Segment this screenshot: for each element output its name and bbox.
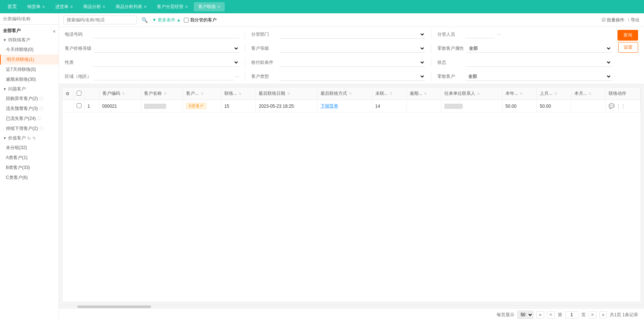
sidebar-item-repurchase[interactable]: 回购异常客户(2) ⓘ — [0, 94, 59, 104]
sidebar: 🔍 全部客户 « ▼ 待联络客户 今天待联络(0) 明天待联络(1) 近7天待联… — [0, 13, 59, 321]
sidebar-item-declining[interactable]: 持续下滑客户(2) ⓘ — [0, 124, 59, 134]
sidebar-item-churned[interactable]: 已流失客户(24) ⓘ — [0, 114, 59, 124]
nav-home[interactable]: 首页 — [3, 2, 21, 11]
refresh-value-icon[interactable]: ↻ — [27, 136, 31, 141]
sidebar-item-class-b[interactable]: B类客户(33) — [0, 163, 59, 173]
sort-this-year-icon[interactable]: ⇅ — [520, 92, 523, 96]
close-customer-tier-icon[interactable]: ✕ — [185, 5, 188, 9]
more-filter-button[interactable]: ▼ 更多条件 ▲ — [152, 17, 181, 23]
main-search-input[interactable] — [63, 15, 137, 24]
filter-payment: 收付款条件 — [251, 58, 426, 67]
per-page-select[interactable]: 50 — [517, 311, 533, 319]
filter-nature-select[interactable] — [93, 58, 239, 67]
row-name-value[interactable] — [144, 104, 166, 109]
all-customers-label: 全部客户 — [3, 28, 21, 34]
filter-price-level-select[interactable] — [94, 44, 239, 53]
sort-contact-person-icon[interactable]: ⇅ — [477, 92, 480, 96]
filter-payment-select[interactable] — [279, 58, 426, 67]
edit-value-icon[interactable]: ✎ — [32, 136, 36, 141]
next-page-button[interactable]: > — [589, 311, 596, 318]
filter-retail-attr-select[interactable]: 全部 — [466, 44, 612, 53]
filter-icon: ▼ — [152, 17, 157, 23]
sort-type-icon[interactable]: ⇅ — [201, 92, 204, 96]
close-goods-list-icon[interactable]: ✕ — [144, 5, 147, 9]
filter-retail-customer-select[interactable]: 全部 — [465, 72, 612, 81]
info-icon-churn-warning: ⓘ — [39, 106, 43, 111]
close-sales-icon[interactable]: ✕ — [42, 5, 45, 9]
filter-customer-type-select[interactable] — [279, 72, 426, 81]
sort-last-date-icon[interactable]: ⇅ — [287, 92, 290, 96]
row-this-month-cell — [571, 100, 606, 113]
sidebar-item-churn-warning[interactable]: 流失预警客户(3) ⓘ — [0, 104, 59, 114]
action-chat-icon[interactable]: 💬 — [609, 103, 615, 109]
sidebar-search-input[interactable] — [3, 16, 58, 21]
row-type-cell: B类客户 — [183, 100, 221, 113]
close-goods-analysis-icon[interactable]: ✕ — [102, 5, 105, 9]
filter-payment-label: 收付款条件 — [251, 59, 277, 66]
row-type-tag: B类客户 — [186, 103, 206, 109]
per-page-label: 每页显示 — [497, 312, 514, 318]
export-button[interactable]: ↑ 导出 — [627, 17, 640, 23]
sidebar-item-class-c[interactable]: C类客户(6) — [0, 173, 59, 183]
filter-retail-attr-label: 零散客户属性 — [437, 45, 464, 52]
group-value-customers: ▼ 价值客户 ↻ ✎ — [0, 134, 59, 143]
filter-nature: 性质 — [65, 58, 239, 67]
sort-this-month-icon[interactable]: ⇅ — [589, 92, 592, 96]
row-gear-cell — [62, 100, 73, 113]
sidebar-item-unclassified[interactable]: 未分组(32) — [0, 143, 59, 153]
filter-customer-grade-select[interactable] — [279, 44, 426, 53]
col-overdue-header: 逾期... ⇅ — [407, 87, 441, 100]
filter-phone-input[interactable] — [93, 31, 239, 38]
action-more-icon[interactable]: ⋮⋮ — [616, 103, 626, 109]
filter-row-1: 电话号码 分管部门 分管人员 — [65, 30, 612, 39]
sort-contact-icon[interactable]: ⇅ — [239, 92, 242, 96]
sidebar-item-today[interactable]: 今天待联络(0) — [0, 45, 59, 55]
horizontal-scrollbar[interactable] — [59, 305, 644, 308]
main-search-button[interactable]: 🔍 — [140, 16, 149, 24]
nav-sales[interactable]: 销货单 ✕ — [23, 2, 49, 11]
sidebar-item-overdue[interactable]: 逾期未联络(30) — [0, 75, 59, 84]
nav-goods-analysis-list[interactable]: 商品分析列表 ✕ — [111, 2, 151, 11]
filter-region-input[interactable] — [94, 73, 233, 80]
row-last-contact-method-link[interactable]: 下销货单 — [321, 103, 338, 108]
nav-goods-analysis[interactable]: 商品分析 ✕ — [79, 2, 110, 11]
row-checkbox[interactable] — [77, 103, 81, 108]
select-all-checkbox[interactable] — [77, 91, 81, 96]
col-contact-header: 联络... ⇅ — [221, 87, 256, 100]
filter-dept-select[interactable] — [279, 30, 426, 39]
nav-customer-tier[interactable]: 客户分层经营 ✕ — [153, 2, 192, 11]
first-page-button[interactable]: « — [536, 311, 544, 318]
sidebar-collapse-btn[interactable]: « — [53, 28, 56, 34]
settings-button[interactable]: 设置 — [618, 42, 638, 53]
sort-last-method-icon[interactable]: ⇅ — [349, 92, 352, 96]
sort-no-contact-icon[interactable]: ⇅ — [390, 92, 393, 96]
my-customers-checkbox-label[interactable]: 我分管的客户 — [184, 17, 217, 23]
close-customer-contact-icon[interactable]: ✕ — [217, 5, 220, 9]
nav-customer-contact[interactable]: 客户联络 ✕ — [194, 2, 225, 11]
gear-icon[interactable]: ⚙ — [66, 91, 70, 96]
sidebar-item-class-a[interactable]: A类客户(1) — [0, 153, 59, 163]
page-number-input[interactable] — [565, 311, 578, 318]
sidebar-item-week7[interactable]: 近7天待联络(0) — [0, 65, 59, 75]
col-this-year-header: 本年... ⇅ — [502, 87, 537, 100]
filter-nature-label: 性质 — [65, 59, 91, 66]
nav-purchase[interactable]: 进货单 ✕ — [51, 2, 77, 11]
bulk-action-button[interactable]: ☑ 批量操作 — [602, 17, 624, 23]
row-contact-person-value — [444, 104, 463, 109]
filter-region-more-icon[interactable]: ··· — [235, 74, 239, 79]
sort-last-month-icon[interactable]: ⇅ — [554, 92, 557, 96]
filter-manager-input[interactable] — [465, 31, 495, 38]
filter-customer-type-label: 客户类型 — [251, 73, 277, 80]
filter-manager-more-icon[interactable]: ··· — [497, 32, 501, 37]
close-purchase-icon[interactable]: ✕ — [70, 5, 73, 9]
sidebar-item-tomorrow[interactable]: 明天待联络(1) — [0, 55, 59, 65]
sort-overdue-icon[interactable]: ⇅ — [424, 92, 427, 96]
info-icon-repurchase: ⓘ — [39, 96, 43, 101]
sort-code-icon[interactable]: ⇅ — [122, 92, 125, 96]
prev-page-button[interactable]: < — [547, 311, 555, 318]
last-page-button[interactable]: » — [599, 311, 607, 318]
filter-status-select[interactable] — [465, 58, 612, 67]
sort-name-icon[interactable]: ⇅ — [164, 92, 167, 96]
query-button[interactable]: 查询 — [617, 30, 638, 41]
my-customers-checkbox[interactable] — [184, 18, 189, 23]
